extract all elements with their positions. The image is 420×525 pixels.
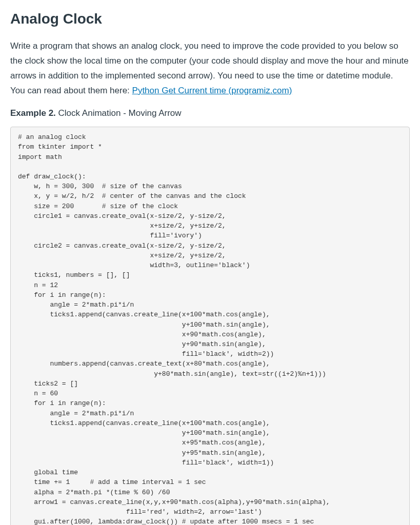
example-number: Example 2. — [10, 108, 56, 118]
example-title: Clock Animation - Moving Arrow — [56, 108, 182, 118]
external-link-programiz[interactable]: Python Get Current time (programiz.com) — [132, 86, 292, 95]
code-block: # an analog clock from tkinter import * … — [10, 127, 410, 525]
example-label: Example 2. Clock Animation - Moving Arro… — [10, 107, 410, 120]
page-title: Analog Clock — [10, 8, 410, 30]
intro-paragraph: Write a program that shows an analog clo… — [10, 39, 410, 98]
